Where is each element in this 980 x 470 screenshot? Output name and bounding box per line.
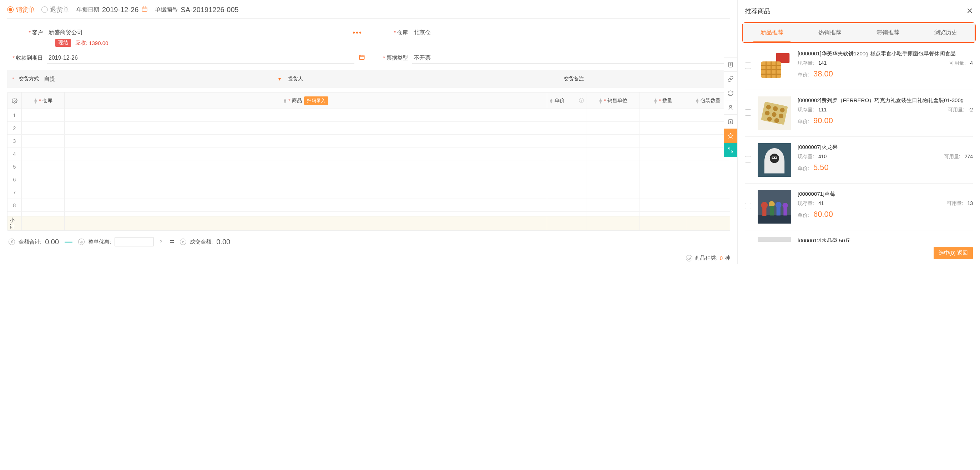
tab-slow[interactable]: 滞销推荐 bbox=[859, 23, 917, 42]
selected-return-button[interactable]: 选中(0) 返回 bbox=[934, 247, 973, 259]
doc-number-value: SA-20191226-005 bbox=[181, 6, 239, 14]
price-value: 38.00 bbox=[813, 69, 833, 78]
product-checkbox[interactable] bbox=[745, 109, 751, 116]
invoice-type-input[interactable] bbox=[412, 53, 730, 64]
stock-label: 现存量: bbox=[798, 107, 814, 113]
main-form: 销货单 退货单 单据日期 2019-12-26 单据编号 SA-20191226… bbox=[0, 0, 737, 264]
product-title: [0000002]费列罗（FERRERO）巧克力礼盒装生日礼物礼盒装01-300… bbox=[798, 96, 973, 104]
stock-value: 41 bbox=[818, 200, 824, 207]
svg-point-2 bbox=[14, 100, 15, 102]
th-unit[interactable]: ▲▼*销售单位 bbox=[586, 92, 640, 108]
panel-title: 推荐商品 bbox=[745, 7, 770, 15]
equals-icon: = bbox=[167, 237, 176, 247]
table-row[interactable]: 1 bbox=[8, 109, 730, 122]
customer-label: *客户 bbox=[7, 29, 43, 36]
due-date-input[interactable] bbox=[47, 53, 355, 64]
price-label: 单价: bbox=[798, 166, 809, 172]
head-icon[interactable] bbox=[724, 100, 737, 114]
product-checkbox[interactable] bbox=[745, 156, 751, 163]
sort-icon: ▲▼ bbox=[654, 98, 657, 104]
product-list: [0000001]华美华夫软饼1200g 糕点零食小吃手撕面包早餐休闲食品现存量… bbox=[738, 43, 980, 242]
product-checkbox[interactable] bbox=[745, 62, 751, 69]
table-row[interactable]: 4 bbox=[8, 148, 730, 160]
expand-icon[interactable] bbox=[724, 143, 737, 157]
total-value: 0.00 bbox=[45, 238, 59, 246]
deal-label: 成交金额: bbox=[190, 239, 213, 245]
price-label: 单价: bbox=[798, 119, 809, 125]
note-icon[interactable] bbox=[724, 57, 737, 72]
pay-tag: 现结 bbox=[55, 39, 71, 47]
kinds-unit: 种 bbox=[725, 255, 730, 261]
avail-value: -2 bbox=[969, 107, 973, 113]
calendar-icon[interactable] bbox=[141, 6, 148, 14]
total-label: 金额合计: bbox=[19, 239, 41, 245]
warehouse-input[interactable] bbox=[412, 27, 730, 38]
price-value: 60.00 bbox=[813, 210, 833, 219]
product-thumb bbox=[758, 143, 791, 177]
product-item: [0000001]华美华夫软饼1200g 糕点零食小吃手撕面包早餐休闲食品现存量… bbox=[745, 43, 973, 90]
svg-rect-0 bbox=[142, 7, 147, 11]
th-price[interactable]: ▲▼单价ⓘ bbox=[547, 92, 586, 108]
sort-icon: ▲▼ bbox=[598, 98, 602, 104]
info-icon[interactable]: ⓘ bbox=[579, 97, 584, 104]
svg-rect-27 bbox=[762, 207, 766, 216]
svg-point-32 bbox=[783, 203, 788, 208]
table-row[interactable]: 6 bbox=[8, 173, 730, 186]
tab-hot[interactable]: 热销推荐 bbox=[801, 23, 859, 42]
receivable-line: 现结 应收: 1390.00 bbox=[55, 39, 730, 47]
stock-label: 现存量: bbox=[798, 200, 814, 207]
customer-input[interactable] bbox=[47, 27, 345, 38]
tab-history[interactable]: 浏览历史 bbox=[917, 23, 975, 42]
yen-icon: ¥ bbox=[9, 239, 15, 245]
product-title: [0000001]华美华夫软饼1200g 糕点零食小吃手撕面包早餐休闲食品 bbox=[798, 49, 973, 57]
th-product[interactable]: ▲▼*商品扫码录入 bbox=[65, 92, 547, 108]
calendar-icon[interactable] bbox=[359, 54, 365, 62]
radio-sales[interactable]: 销货单 bbox=[7, 5, 35, 14]
table-row[interactable]: 8 bbox=[8, 199, 730, 212]
svg-rect-34 bbox=[758, 237, 791, 242]
doc-type-radio: 销货单 退货单 bbox=[7, 5, 69, 14]
discount-input[interactable] bbox=[115, 237, 154, 247]
radio-returns[interactable]: 退货单 bbox=[41, 5, 69, 14]
close-icon[interactable]: ✕ bbox=[966, 6, 973, 16]
help-icon[interactable]: ? bbox=[158, 239, 164, 245]
table-row[interactable]: 9 bbox=[8, 212, 730, 216]
link-icon[interactable] bbox=[724, 72, 737, 86]
tabs-highlight-box: 新品推荐 热销推荐 滞销推荐 浏览历史 bbox=[742, 22, 976, 43]
scan-badge[interactable]: 扫码录入 bbox=[304, 96, 328, 105]
tab-new[interactable]: 新品推荐 bbox=[743, 23, 801, 42]
more-dots-icon[interactable]: ••• bbox=[350, 29, 365, 37]
doc-number-field: 单据编号 SA-20191226-005 bbox=[155, 6, 239, 14]
star-icon[interactable] bbox=[724, 129, 737, 143]
table-row[interactable]: 2 bbox=[8, 122, 730, 135]
deal-value: 0.00 bbox=[216, 238, 230, 246]
subtotal-row: 小计 bbox=[8, 216, 730, 230]
delivery-method-input[interactable] bbox=[43, 73, 275, 84]
product-thumb bbox=[758, 96, 791, 130]
svg-rect-29 bbox=[770, 206, 774, 215]
th-warehouse[interactable]: ▲▼*仓库 bbox=[22, 92, 65, 108]
gear-column[interactable] bbox=[8, 92, 22, 108]
product-checkbox[interactable] bbox=[745, 203, 751, 209]
sync-icon[interactable] bbox=[724, 86, 737, 100]
sort-icon: ▲▼ bbox=[283, 98, 287, 104]
deal-icon: ⌀ bbox=[180, 239, 186, 245]
table-row[interactable]: 5 bbox=[8, 160, 730, 173]
chevron-down-icon[interactable]: ▾ bbox=[278, 76, 281, 82]
warehouse-label: *仓库 bbox=[372, 29, 408, 36]
price-label: 单价: bbox=[798, 212, 809, 218]
table-row[interactable]: 3 bbox=[8, 135, 730, 148]
sort-icon: ▲▼ bbox=[33, 98, 37, 104]
picker-input[interactable] bbox=[307, 73, 557, 84]
yen-circle-icon[interactable] bbox=[724, 114, 737, 129]
doc-date-value[interactable]: 2019-12-26 bbox=[102, 6, 138, 14]
th-qty[interactable]: ▲▼*数量 bbox=[640, 92, 686, 108]
sort-icon: ▲▼ bbox=[695, 98, 700, 104]
th-pack-qty[interactable]: ▲▼包装数量 bbox=[686, 92, 730, 108]
table-row[interactable]: 7 bbox=[8, 186, 730, 199]
doc-date-field: 单据日期 2019-12-26 bbox=[76, 6, 148, 14]
kinds-label: 商品种类: bbox=[695, 255, 718, 261]
svg-point-4 bbox=[729, 105, 732, 107]
product-thumb bbox=[758, 190, 791, 223]
svg-rect-31 bbox=[776, 207, 781, 215]
